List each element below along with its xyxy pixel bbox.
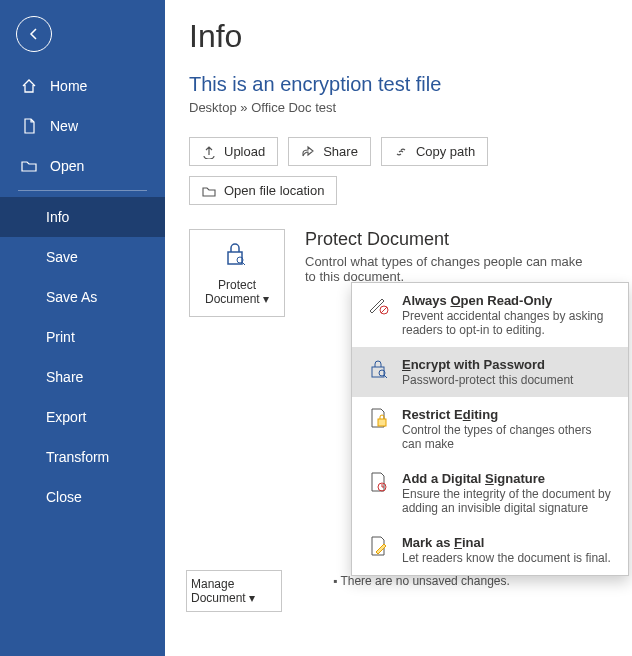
protect-document-menu: Always Open Read-Only Prevent accidental… bbox=[351, 282, 629, 576]
back-button[interactable] bbox=[16, 16, 52, 52]
nav-new[interactable]: New bbox=[0, 106, 165, 146]
upload-label: Upload bbox=[224, 144, 265, 159]
menu-encrypt-title: Encrypt with Password bbox=[402, 357, 573, 372]
menu-final[interactable]: Mark as Final Let readers know the docum… bbox=[352, 525, 628, 575]
page-heading: Info bbox=[189, 18, 608, 55]
menu-encrypt[interactable]: Encrypt with Password Password-protect t… bbox=[352, 347, 628, 397]
breadcrumb: Desktop » Office Doc test bbox=[189, 100, 608, 115]
home-icon bbox=[20, 77, 38, 95]
nav-home-label: Home bbox=[50, 78, 87, 94]
inspect-snippet-4: ▪ There are no unsaved changes. bbox=[333, 574, 510, 588]
nav-info[interactable]: Info bbox=[0, 197, 165, 237]
folder-icon bbox=[202, 184, 216, 198]
protect-text: Protect Document Control what types of c… bbox=[305, 229, 585, 284]
restrict-icon bbox=[366, 407, 390, 431]
nav-share[interactable]: Share bbox=[0, 357, 165, 397]
backstage-sidebar: Home New Open Info Save Save As Print Sh… bbox=[0, 0, 165, 656]
protect-title: Protect Document bbox=[305, 229, 585, 250]
nav-transform[interactable]: Transform bbox=[0, 437, 165, 477]
protect-button-label: Protect Document ▾ bbox=[190, 278, 284, 306]
share-button[interactable]: Share bbox=[288, 137, 371, 166]
open-location-button[interactable]: Open file location bbox=[189, 176, 337, 205]
nav-saveas-label: Save As bbox=[46, 289, 97, 305]
encrypt-icon bbox=[366, 357, 390, 381]
nav-home[interactable]: Home bbox=[0, 66, 165, 106]
nav-close-label: Close bbox=[46, 489, 82, 505]
action-bar: Upload Share Copy path Open file locatio… bbox=[189, 137, 608, 205]
nav-separator bbox=[18, 190, 147, 191]
nav-print-label: Print bbox=[46, 329, 75, 345]
nav-info-label: Info bbox=[46, 209, 69, 225]
link-icon bbox=[394, 145, 408, 159]
menu-restrict-title: Restrict Editing bbox=[402, 407, 614, 422]
copy-path-label: Copy path bbox=[416, 144, 475, 159]
lock-icon bbox=[221, 240, 253, 272]
nav-transform-label: Transform bbox=[46, 449, 109, 465]
final-icon bbox=[366, 535, 390, 559]
protect-document-button[interactable]: Protect Document ▾ bbox=[189, 229, 285, 317]
upload-icon bbox=[202, 145, 216, 159]
nav-close[interactable]: Close bbox=[0, 477, 165, 517]
menu-restrict-desc: Control the types of changes others can … bbox=[402, 423, 614, 451]
nav-export[interactable]: Export bbox=[0, 397, 165, 437]
share-icon bbox=[301, 145, 315, 159]
menu-encrypt-desc: Password-protect this document bbox=[402, 373, 573, 387]
back-arrow-icon bbox=[26, 26, 42, 42]
open-icon bbox=[20, 157, 38, 175]
share-label: Share bbox=[323, 144, 358, 159]
manage-document-button[interactable]: Manage Document ▾ bbox=[186, 570, 282, 612]
menu-read-only[interactable]: Always Open Read-Only Prevent accidental… bbox=[352, 283, 628, 347]
content-area: Info This is an encryption test file Des… bbox=[165, 0, 632, 656]
svg-rect-5 bbox=[378, 419, 386, 426]
nav-save[interactable]: Save bbox=[0, 237, 165, 277]
menu-final-title: Mark as Final bbox=[402, 535, 611, 550]
menu-signature[interactable]: Add a Digital Signature Ensure the integ… bbox=[352, 461, 628, 525]
upload-button[interactable]: Upload bbox=[189, 137, 278, 166]
readonly-icon bbox=[366, 293, 390, 317]
svg-rect-0 bbox=[228, 252, 242, 264]
nav-open[interactable]: Open bbox=[0, 146, 165, 186]
document-title: This is an encryption test file bbox=[189, 73, 608, 96]
chevron-down-icon: ▾ bbox=[263, 292, 269, 306]
menu-signature-desc: Ensure the integrity of the document by … bbox=[402, 487, 614, 515]
chevron-down-icon: ▾ bbox=[249, 591, 255, 605]
nav-export-label: Export bbox=[46, 409, 86, 425]
nav-print[interactable]: Print bbox=[0, 317, 165, 357]
nav-saveas[interactable]: Save As bbox=[0, 277, 165, 317]
new-icon bbox=[20, 117, 38, 135]
nav-new-label: New bbox=[50, 118, 78, 134]
protect-desc: Control what types of changes people can… bbox=[305, 254, 585, 284]
open-location-label: Open file location bbox=[224, 183, 324, 198]
menu-read-only-title: Always Open Read-Only bbox=[402, 293, 614, 308]
copy-path-button[interactable]: Copy path bbox=[381, 137, 488, 166]
menu-read-only-desc: Prevent accidental changes by asking rea… bbox=[402, 309, 614, 337]
manage-document-label: Manage Document ▾ bbox=[191, 577, 277, 605]
nav-open-label: Open bbox=[50, 158, 84, 174]
menu-signature-title: Add a Digital Signature bbox=[402, 471, 614, 486]
nav-share-label: Share bbox=[46, 369, 83, 385]
nav-save-label: Save bbox=[46, 249, 78, 265]
menu-restrict[interactable]: Restrict Editing Control the types of ch… bbox=[352, 397, 628, 461]
signature-icon bbox=[366, 471, 390, 495]
menu-final-desc: Let readers know the document is final. bbox=[402, 551, 611, 565]
